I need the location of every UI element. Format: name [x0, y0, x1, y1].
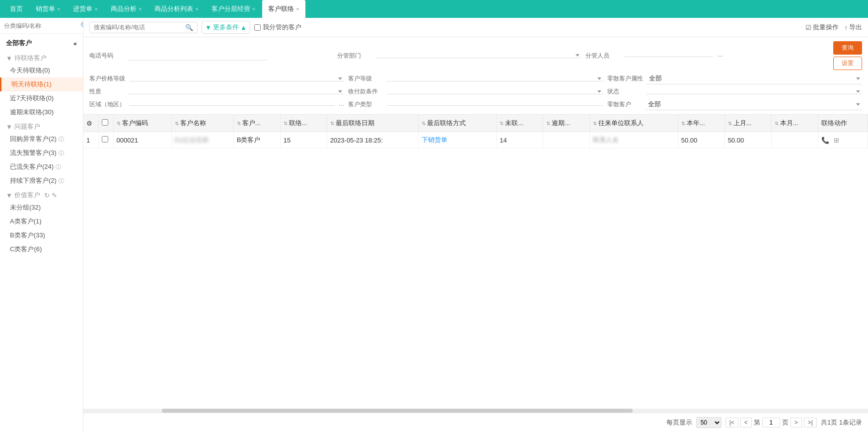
sidebar-item-today[interactable]: 今天待联络(0)	[0, 64, 83, 77]
page-first-button[interactable]: |<	[725, 418, 738, 428]
col-last-month-sort: ⇅	[728, 121, 732, 126]
search-icon[interactable]: 🔍	[185, 24, 193, 31]
sidebar-item-repurchase[interactable]: 回购异常客户(2) ⓘ	[0, 132, 83, 146]
sidebar-item-a-class[interactable]: A类客户(1)	[0, 215, 83, 228]
nav-customer-tier-close[interactable]: ×	[252, 6, 255, 12]
filter-customer-grade-label: 客户等级	[348, 74, 383, 83]
filter-retail-attr-label: 零散客户属性	[607, 74, 643, 83]
col-last-month: ⇅ 上月...	[724, 115, 771, 132]
filter-gender-chevron	[338, 90, 342, 93]
my-customers-label: 我分管的客户	[263, 23, 301, 32]
nav-goods-analysis[interactable]: 商品分析 ×	[105, 0, 147, 18]
sidebar-item-overdue[interactable]: 逾期未联络(30)	[0, 105, 83, 119]
nav-customer-contact[interactable]: 客户联络 ×	[262, 0, 305, 18]
sidebar-item-tomorrow[interactable]: 明天待联络(1)	[0, 77, 83, 91]
col-contact-person: ⇅ 往来单位联系人	[590, 115, 678, 132]
sidebar-item-loss-warning-info: ⓘ	[59, 149, 64, 157]
filter-price-grade-select[interactable]	[129, 76, 344, 81]
filter-retail-customer-select[interactable]: 全部	[646, 99, 862, 110]
customer-table: ⚙ ⇅ 客户编码 ⇅	[83, 115, 868, 148]
nav-purchase[interactable]: 进货单 ×	[67, 0, 103, 18]
nav-goods-list-close[interactable]: ×	[195, 6, 198, 12]
filter-gender-select[interactable]	[128, 89, 344, 94]
filter-row-2: 客户价格等级 客户等级 零散客户属性 全部	[89, 73, 862, 84]
row-overdue	[543, 132, 590, 148]
filter-manager-select[interactable]	[624, 55, 714, 57]
search-input[interactable]	[94, 24, 183, 31]
filter-retail-attr-value: 全部	[649, 74, 662, 83]
col-this-month-label: 本月...	[780, 119, 798, 128]
filter-retail-attr-chevron	[856, 77, 860, 80]
filter-retail-attr-select[interactable]: 全部	[647, 73, 862, 84]
sidebar-section-value-edit[interactable]: ✎	[52, 192, 57, 199]
sidebar-all-customers[interactable]: 全部客户 «	[0, 36, 83, 51]
filter-region-select[interactable]	[129, 103, 335, 106]
filter-customer-type-select[interactable]	[387, 103, 603, 106]
nav-customer-contact-close[interactable]: ×	[296, 6, 299, 12]
my-customers-checkbox-label[interactable]: 我分管的客户	[254, 23, 301, 32]
horizontal-scrollbar[interactable]	[83, 409, 868, 413]
export-button[interactable]: ↑ 导出	[845, 23, 863, 32]
row-more-icon[interactable]: ⊞	[834, 137, 839, 144]
col-last-contact-date: ⇅ 最后联络日期	[327, 115, 418, 132]
sidebar-collapse-icon[interactable]: «	[73, 40, 77, 47]
sidebar-section-value-triangle: ▼	[6, 192, 12, 199]
sidebar-item-b-class[interactable]: B类客户(33)	[0, 228, 83, 242]
per-page-select[interactable]: 50 100 200	[696, 417, 722, 428]
filter-status-select[interactable]	[646, 89, 862, 94]
filter-region-dots[interactable]: ···	[339, 101, 345, 109]
filter-dept-select[interactable]	[376, 53, 581, 58]
filter-payment-chevron	[597, 90, 601, 93]
col-contact-person-sort: ⇅	[593, 121, 597, 126]
page-suffix: 页	[782, 418, 789, 427]
sidebar-item-ungrouped[interactable]: 未分组(32)	[0, 201, 83, 215]
settings-icon[interactable]: ⚙	[86, 120, 92, 127]
filter-status-label: 状态	[607, 87, 642, 96]
sidebar-item-declining[interactable]: 持续下滑客户(2) ⓘ	[0, 174, 83, 188]
sidebar-section-pending: ▼ 待联络客户	[0, 51, 83, 64]
filter-manager-dots[interactable]: ···	[718, 52, 723, 60]
nav-home[interactable]: 首页	[4, 0, 29, 18]
my-customers-checkbox[interactable]	[254, 24, 261, 31]
filter-payment-select[interactable]	[387, 89, 603, 94]
nav-sales-close[interactable]: ×	[57, 6, 60, 12]
page-next-button[interactable]: >	[791, 418, 802, 428]
sidebar-item-lost[interactable]: 已流失客户(24) ⓘ	[0, 160, 83, 174]
page-input[interactable]	[762, 418, 780, 428]
sidebar-item-7days[interactable]: 近7天待联络(0)	[0, 91, 83, 105]
sidebar-item-a-class-label: A类客户(1)	[10, 217, 42, 226]
row-phone-icon[interactable]: 📞	[821, 137, 829, 144]
nav-goods-analysis-close[interactable]: ×	[139, 6, 142, 12]
batch-action-icon: ☑	[805, 24, 811, 31]
sidebar-item-declining-label: 持续下滑客户(2)	[10, 176, 57, 185]
nav-purchase-close[interactable]: ×	[94, 6, 97, 12]
nav-sales[interactable]: 销货单 ×	[30, 0, 66, 18]
sidebar: 🔍 全部客户 « ▼ 待联络客户 今天待联络(0) 明天待联络(1) 近7天待联…	[0, 18, 83, 432]
sidebar-item-c-class[interactable]: C类客户(6)	[0, 242, 83, 256]
col-customer-name-sort: ⇅	[175, 121, 179, 126]
nav-customer-tier[interactable]: 客户分层经营 ×	[206, 0, 261, 18]
batch-action-button[interactable]: ☑ 批量操作	[805, 23, 839, 32]
filter-dept: 分管部门	[337, 52, 581, 60]
sidebar-section-value-refresh[interactable]: ↻	[44, 192, 50, 199]
col-settings: ⚙	[83, 115, 98, 132]
sidebar-search-input[interactable]	[4, 22, 78, 29]
nav-goods-list[interactable]: 商品分析列表 ×	[148, 0, 204, 18]
export-label: 导出	[849, 23, 862, 32]
row-contact-method-link[interactable]: 下销货单	[422, 136, 447, 144]
col-actions: 联络动作	[818, 115, 868, 132]
col-this-month-sort: ⇅	[775, 121, 779, 126]
row-select-checkbox[interactable]	[102, 136, 108, 143]
filter-phone-input[interactable]	[128, 51, 267, 61]
set-button[interactable]: 设置	[833, 57, 862, 70]
sidebar-item-7days-label: 近7天待联络(0)	[10, 94, 54, 103]
sidebar-item-loss-warning[interactable]: 流失预警客户(3) ⓘ	[0, 146, 83, 160]
select-all-checkbox[interactable]	[102, 119, 108, 126]
page-prev-button[interactable]: <	[740, 418, 752, 428]
page-last-button[interactable]: >|	[804, 418, 817, 428]
sidebar-item-tomorrow-label: 明天待联络(1)	[11, 80, 52, 89]
query-button[interactable]: 查询	[833, 41, 862, 55]
sidebar-section-problem-label: 问题客户	[14, 122, 40, 131]
filter-customer-grade-select[interactable]	[387, 76, 603, 81]
more-filter-button[interactable]: ▼ 更多条件 ▲	[202, 21, 250, 34]
